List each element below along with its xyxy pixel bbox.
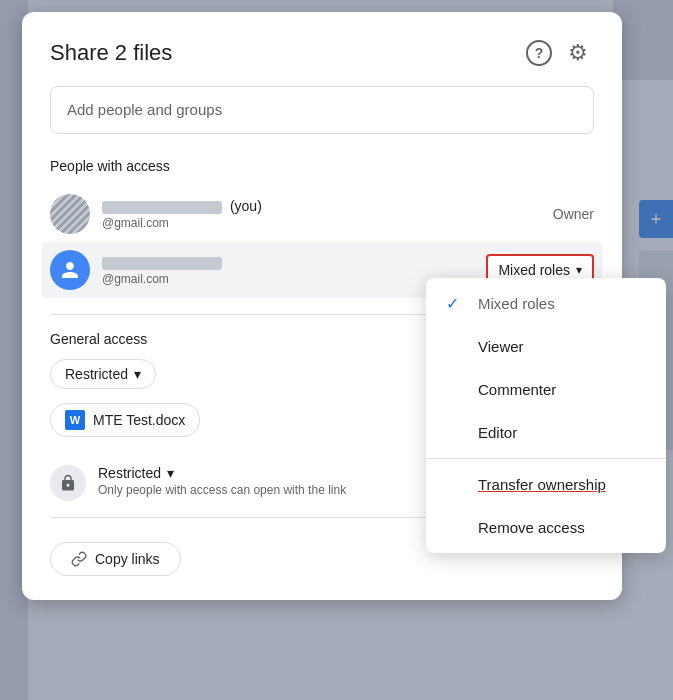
dropdown-divider	[426, 458, 666, 459]
editor-check-placeholder: ✓	[446, 423, 466, 442]
file-name: MTE Test.docx	[93, 412, 185, 428]
header-icons: ? ⚙	[526, 40, 594, 66]
person-you-label: (you)	[230, 198, 262, 214]
role-dropdown-menu: ✓ Mixed roles ✓ Viewer ✓ Commenter ✓ Edi…	[426, 278, 666, 553]
restricted-chevron-icon: ▾	[134, 366, 141, 382]
dropdown-item-commenter[interactable]: ✓ Commenter	[426, 368, 666, 411]
link-icon	[71, 551, 87, 567]
dropdown-item-transfer-ownership[interactable]: ✓ Transfer ownership	[426, 463, 666, 506]
lock-circle	[50, 465, 86, 501]
person-role-owner: Owner	[553, 206, 594, 222]
commenter-check-placeholder: ✓	[446, 380, 466, 399]
dropdown-item-remove-access[interactable]: ✓ Remove access	[426, 506, 666, 549]
remove-access-label: Remove access	[478, 519, 585, 536]
person-name-blur-2	[102, 257, 222, 270]
search-placeholder-text: Add people and groups	[67, 101, 222, 118]
copy-links-label: Copy links	[95, 551, 160, 567]
transfer-check-placeholder: ✓	[446, 475, 466, 494]
settings-icon[interactable]: ⚙	[568, 40, 594, 66]
avatar-owner	[50, 194, 90, 234]
check-icon: ✓	[446, 294, 466, 313]
person-row-owner: (you) @gmail.com Owner	[50, 186, 594, 242]
person-name-blur	[102, 201, 222, 214]
person-info-owner: (you) @gmail.com	[102, 198, 541, 230]
help-icon[interactable]: ?	[526, 40, 552, 66]
add-people-input[interactable]: Add people and groups	[50, 86, 594, 134]
word-icon: W	[65, 410, 85, 430]
dropdown-mixed-roles-label: Mixed roles	[478, 295, 555, 312]
access-description: Only people with access can open with th…	[98, 483, 346, 497]
dropdown-editor-label: Editor	[478, 424, 517, 441]
file-chip[interactable]: W MTE Test.docx	[50, 403, 200, 437]
dropdown-item-editor[interactable]: ✓ Editor	[426, 411, 666, 454]
mixed-roles-label: Mixed roles	[498, 262, 570, 278]
access-restricted-label: Restricted	[98, 465, 161, 481]
access-chevron-icon: ▾	[167, 465, 174, 481]
chevron-down-icon: ▾	[576, 263, 582, 277]
dropdown-commenter-label: Commenter	[478, 381, 556, 398]
person-info-user2: @gmail.com	[102, 254, 474, 286]
dropdown-item-mixed-roles[interactable]: ✓ Mixed roles	[426, 282, 666, 325]
person-name-owner: (you)	[102, 198, 541, 214]
lock-icon	[59, 474, 77, 492]
person-name-user2	[102, 254, 474, 270]
person-email-user2: @gmail.com	[102, 272, 474, 286]
word-letter: W	[70, 414, 80, 426]
restricted-label: Restricted	[65, 366, 128, 382]
dropdown-viewer-label: Viewer	[478, 338, 524, 355]
access-info: Restricted ▾ Only people with access can…	[98, 465, 346, 497]
dropdown-item-viewer[interactable]: ✓ Viewer	[426, 325, 666, 368]
people-with-access-section: People with access (you) @gmail.com Owne…	[50, 158, 594, 298]
avatar-pattern	[50, 194, 90, 234]
avatar-user2	[50, 250, 90, 290]
copy-links-button[interactable]: Copy links	[50, 542, 181, 576]
person-email-owner: @gmail.com	[102, 216, 541, 230]
dialog-title: Share 2 files	[50, 40, 172, 66]
remove-check-placeholder: ✓	[446, 518, 466, 537]
transfer-ownership-label: Transfer ownership	[478, 476, 606, 493]
viewer-check-placeholder: ✓	[446, 337, 466, 356]
dialog-header: Share 2 files ? ⚙	[50, 40, 594, 66]
people-section-title: People with access	[50, 158, 594, 174]
access-label-row[interactable]: Restricted ▾	[98, 465, 346, 481]
restricted-dropdown-button[interactable]: Restricted ▾	[50, 359, 156, 389]
